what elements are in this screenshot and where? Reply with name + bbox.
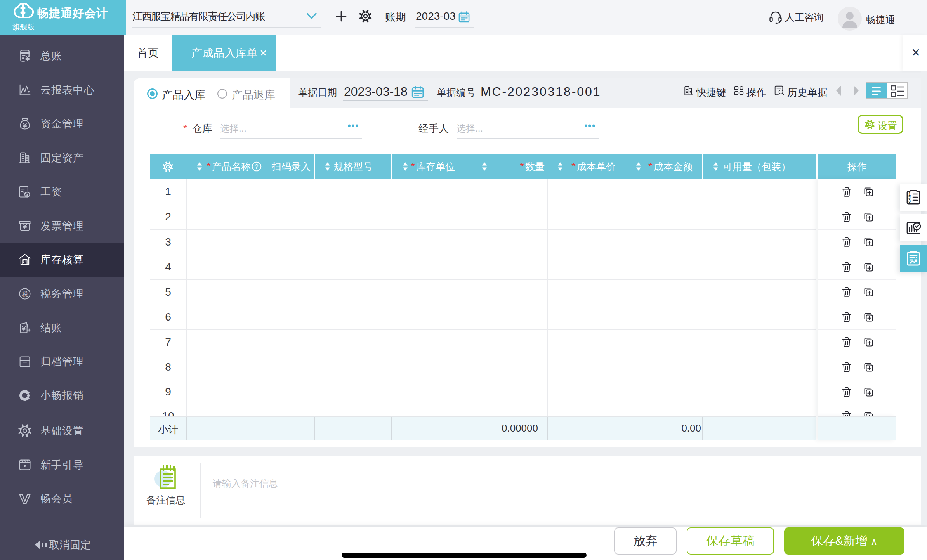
svg-text:?: ?: [255, 163, 258, 170]
svg-text:3: 3: [908, 199, 911, 203]
svg-text:税: 税: [21, 291, 28, 297]
